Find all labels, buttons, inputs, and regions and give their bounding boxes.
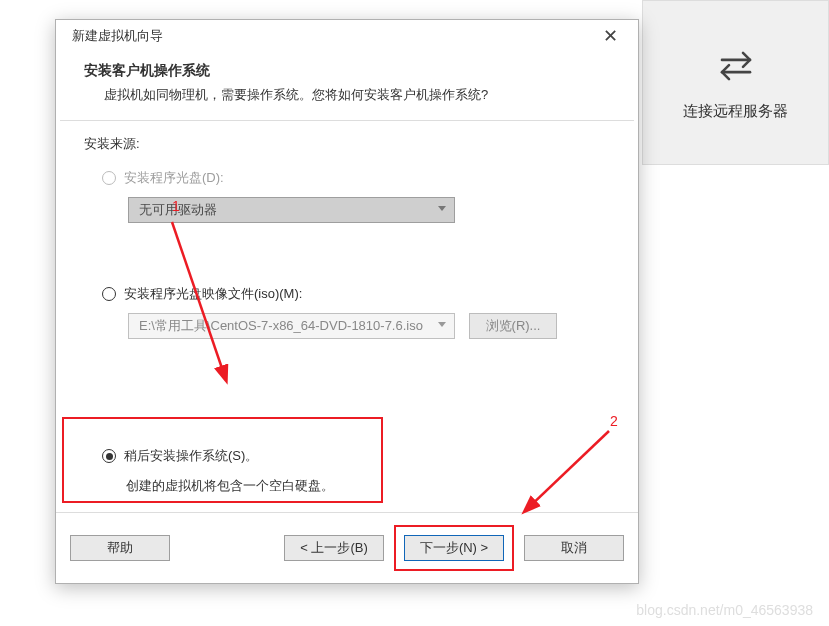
radio-iso[interactable] — [102, 287, 116, 301]
radio-disc — [102, 171, 116, 185]
close-button[interactable]: ✕ — [590, 25, 630, 47]
help-button[interactable]: 帮助 — [70, 535, 170, 561]
swap-arrows-icon — [715, 45, 757, 90]
wizard-header: 安装客户机操作系统 虚拟机如同物理机，需要操作系统。您将如何安装客户机操作系统? — [56, 52, 638, 120]
wizard-content: 安装来源: 安装程序光盘(D): 无可用驱动器 安装程序光盘映像文件(iso)(… — [56, 121, 638, 512]
remote-server-panel[interactable]: 连接远程服务器 — [642, 0, 829, 165]
source-label: 安装来源: — [84, 135, 610, 153]
wizard-heading: 安装客户机操作系统 — [84, 62, 610, 80]
title-bar: 新建虚拟机向导 ✕ — [56, 20, 638, 52]
watermark: blog.csdn.net/m0_46563938 — [636, 602, 813, 618]
radio-disc-label: 安装程序光盘(D): — [124, 169, 224, 187]
radio-iso-label: 安装程序光盘映像文件(iso)(M): — [124, 285, 302, 303]
back-button[interactable]: < 上一步(B) — [284, 535, 384, 561]
option-disc: 安装程序光盘(D): — [102, 169, 610, 187]
annotation-label-1: 1 — [172, 198, 180, 214]
annotation-box-2: 下一步(N) > — [394, 525, 514, 571]
next-button[interactable]: 下一步(N) > — [404, 535, 504, 561]
wizard-description: 虚拟机如同物理机，需要操作系统。您将如何安装客户机操作系统? — [104, 86, 610, 104]
chevron-down-icon — [438, 322, 446, 327]
dialog-title: 新建虚拟机向导 — [72, 27, 590, 45]
remote-server-label: 连接远程服务器 — [683, 102, 788, 121]
new-vm-wizard-dialog: 新建虚拟机向导 ✕ 安装客户机操作系统 虚拟机如同物理机，需要操作系统。您将如何… — [55, 19, 639, 584]
cancel-button[interactable]: 取消 — [524, 535, 624, 561]
iso-path-value: E:\常用工具\CentOS-7-x86_64-DVD-1810-7.6.iso — [139, 317, 423, 335]
iso-path-input[interactable]: E:\常用工具\CentOS-7-x86_64-DVD-1810-7.6.iso — [128, 313, 455, 339]
iso-file-row: E:\常用工具\CentOS-7-x86_64-DVD-1810-7.6.iso… — [128, 313, 610, 339]
annotation-box-1 — [62, 417, 383, 503]
option-iso[interactable]: 安装程序光盘映像文件(iso)(M): — [102, 285, 610, 303]
wizard-footer: 帮助 < 上一步(B) 下一步(N) > 取消 — [56, 512, 638, 583]
browse-button[interactable]: 浏览(R)... — [469, 313, 557, 339]
annotation-label-2: 2 — [610, 413, 618, 429]
chevron-down-icon — [438, 206, 446, 211]
